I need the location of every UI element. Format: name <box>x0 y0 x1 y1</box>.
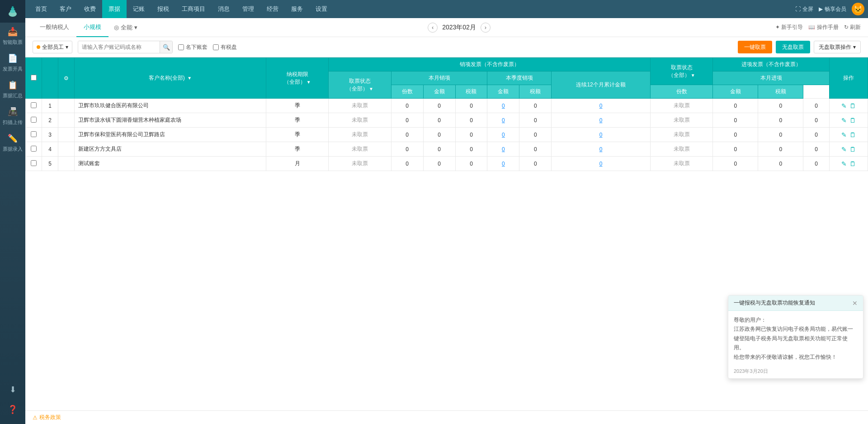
row-purchase-m-count: 0 <box>713 99 758 113</box>
select-all-checkbox[interactable] <box>31 75 37 81</box>
sidebar-logo[interactable] <box>0 0 25 23</box>
manual-btn[interactable]: 📖 操作手册 <box>808 24 838 31</box>
detail-icon[interactable]: 🗒 <box>849 131 856 138</box>
edit-icon[interactable]: ✎ <box>841 102 847 110</box>
row-sale-q-tax: 0 <box>519 142 552 157</box>
fullscreen-btn[interactable]: ⛶ 全屏 <box>795 5 813 13</box>
wupan-ops-btn[interactable]: 无盘取票操作 ▾ <box>814 41 861 53</box>
search-input[interactable] <box>78 41 160 53</box>
sidebar-item-invoice-entry[interactable]: ✏️ 票据录入 <box>0 129 25 156</box>
sale-q-amount-link[interactable]: 0 <box>502 103 505 109</box>
row-checkbox-cell[interactable] <box>26 128 42 142</box>
tax-policy-link[interactable]: ⚠ 税务政策 <box>33 414 61 421</box>
sidebar: 📥 智能取票 📄 发票开具 📋 票据汇总 📠 扫描上传 ✏️ 票据录入 ⬇ ❓ <box>0 0 25 424</box>
th-name[interactable]: 客户名称(全部) ▼ <box>75 58 266 99</box>
yijian-quepiao-btn[interactable]: 一键取票 <box>738 41 772 53</box>
nav-bookkeeping[interactable]: 记账 <box>127 0 151 18</box>
row-checkbox[interactable] <box>31 131 37 137</box>
row-settings <box>58 142 75 157</box>
sale-q-amount-link[interactable]: 0 <box>502 132 505 138</box>
sale-12m-link[interactable]: 0 <box>599 132 603 138</box>
sale-q-amount-link[interactable]: 0 <box>502 161 505 167</box>
sidebar-item-issue-invoice[interactable]: 📄 发票开具 <box>0 49 25 76</box>
user-avatar[interactable]: 🐱 <box>852 3 864 15</box>
wupan-quepiao-btn[interactable]: 无盘取票 <box>776 41 810 53</box>
youshuipan-checkbox-label[interactable]: 有税盘 <box>213 43 237 51</box>
sidebar-item-invoice-summary[interactable]: 📋 票据汇总 <box>0 76 25 103</box>
detail-icon[interactable]: 🗒 <box>849 146 856 153</box>
row-actions: ✎ 🗒 <box>830 99 868 113</box>
refresh-btn[interactable]: ↻ 刷新 <box>844 24 861 31</box>
subtab-all[interactable]: ◎ 全能 ▾ <box>108 18 143 37</box>
sale-q-amount-link[interactable]: 0 <box>502 146 505 152</box>
row-checkbox[interactable] <box>31 102 37 108</box>
row-checkbox[interactable] <box>31 146 37 152</box>
table-row: 2 卫辉市汲水镇下圆湖香烟营木种植家庭农场 季 未取票 0 0 0 0 0 0 … <box>26 113 868 128</box>
detail-icon[interactable]: 🗒 <box>849 160 856 167</box>
row-tax-period: 季 <box>266 99 328 113</box>
row-sale-q-amount: 0 <box>487 99 519 113</box>
edit-icon[interactable]: ✎ <box>841 160 847 167</box>
edit-icon[interactable]: ✎ <box>841 146 847 153</box>
sidebar-item-scan-upload[interactable]: 📠 扫描上传 <box>0 103 25 129</box>
row-purchase-status: 未取票 <box>650 128 712 142</box>
th-purchase-status[interactable]: 取票状态（全部）▼ <box>650 58 712 85</box>
nav-operation[interactable]: 经营 <box>260 0 285 18</box>
prev-date-btn[interactable]: ‹ <box>428 23 438 33</box>
row-sale-m-amount: 0 <box>423 157 455 171</box>
nav-invoice[interactable]: 票据 <box>102 0 127 18</box>
sale-12m-link[interactable]: 0 <box>599 146 603 152</box>
nav-settings[interactable]: 设置 <box>309 0 334 18</box>
sale-status-badge: 未取票 <box>352 160 368 167</box>
subtab-small[interactable]: 小规模 <box>76 18 108 37</box>
edit-icon[interactable]: ✎ <box>841 131 847 138</box>
sidebar-item-smart-fetch[interactable]: 📥 智能取票 <box>0 23 25 49</box>
row-purchase-m-tax: 0 <box>803 142 830 157</box>
youshuipan-checkbox[interactable] <box>213 44 219 50</box>
nav-business[interactable]: 工商项目 <box>175 0 212 18</box>
edit-icon[interactable]: ✎ <box>841 117 847 124</box>
nav-message[interactable]: 消息 <box>212 0 236 18</box>
row-checkbox-cell[interactable] <box>26 142 42 157</box>
sidebar-item-download[interactable]: ⬇ <box>0 381 25 399</box>
th-sale-status[interactable]: 取票状态（全部）▼ <box>329 71 391 99</box>
row-checkbox-cell[interactable] <box>26 157 42 171</box>
sale-12m-link[interactable]: 0 <box>599 117 603 124</box>
nav-service[interactable]: 服务 <box>285 0 309 18</box>
search-button[interactable]: 🔍 <box>160 41 172 53</box>
row-checkbox[interactable] <box>31 117 37 123</box>
mingxia-checkbox[interactable] <box>178 44 184 50</box>
detail-icon[interactable]: 🗒 <box>849 117 856 124</box>
th-tax-period[interactable]: 纳税期限（全部）▼ <box>266 58 328 99</box>
play-icon: ▶ <box>819 6 823 12</box>
nav-tax[interactable]: 报税 <box>151 0 175 18</box>
mingxia-checkbox-label[interactable]: 名下账套 <box>178 43 208 51</box>
notification-close-btn[interactable]: ✕ <box>852 300 858 307</box>
row-sale-q-amount: 0 <box>487 157 519 171</box>
smart-fetch-icon: 📥 <box>7 26 18 37</box>
subtab-general[interactable]: 一般纳税人 <box>33 18 76 37</box>
nav-billing[interactable]: 收费 <box>78 0 102 18</box>
sidebar-item-label: 发票开具 <box>3 66 23 72</box>
sale-q-amount-link[interactable]: 0 <box>502 117 505 124</box>
sidebar-item-help[interactable]: ❓ <box>0 400 25 419</box>
row-sale-m-count: 0 <box>391 99 423 113</box>
nav-home[interactable]: 首页 <box>29 0 53 18</box>
row-checkbox-cell[interactable] <box>26 99 42 113</box>
sale-12m-link[interactable]: 0 <box>599 161 603 167</box>
row-sale-12m: 0 <box>552 142 651 157</box>
next-date-btn[interactable]: › <box>481 23 491 33</box>
row-checkbox[interactable] <box>31 160 37 166</box>
nav-customer[interactable]: 客户 <box>53 0 78 18</box>
th-settings[interactable]: ⚙ <box>58 58 75 99</box>
member-btn[interactable]: ▶ 畅享会员 <box>819 5 846 13</box>
new-guide-btn[interactable]: ✦ 新手引导 <box>775 24 803 31</box>
sale-12m-link[interactable]: 0 <box>599 103 603 109</box>
row-purchase-m-tax: 0 <box>803 157 830 171</box>
row-num: 5 <box>42 157 58 171</box>
row-checkbox-cell[interactable] <box>26 113 42 128</box>
detail-icon[interactable]: 🗒 <box>849 102 856 110</box>
nav-manage[interactable]: 管理 <box>236 0 260 18</box>
main-table: ⚙ 客户名称(全部) ▼ 纳税期限（全部）▼ 销项发票（不含作废票） 取票状态（… <box>25 57 868 171</box>
employee-select[interactable]: 全部员工 ▾ <box>33 41 72 53</box>
